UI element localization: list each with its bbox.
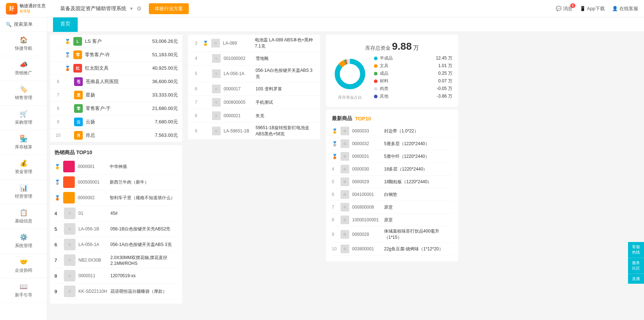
chart-label: 库存资金占比	[332, 95, 368, 100]
tab-home[interactable]: 首页	[53, 17, 78, 32]
rank-name: 红太阳文具	[85, 65, 149, 71]
sidebar-icon-finance: 💰	[20, 159, 28, 167]
rank-number: 7	[54, 93, 62, 98]
rank-avatar: 星	[74, 91, 83, 99]
sidebar-item-marketing[interactable]: 📣营销推广	[0, 56, 47, 81]
customer-rank-row: 7 星 星扬 33,333.00元	[50, 89, 182, 102]
product-rank-row: 7 G 000800005 手机测试	[188, 96, 320, 109]
message-button[interactable]: 💬 消息 6	[556, 5, 572, 12]
legend-item: 半成品 12.45 万	[374, 55, 452, 61]
product-rank-num: 4	[192, 56, 200, 61]
legend-label: 成品	[380, 70, 436, 77]
sidebar-item-purchase[interactable]: 🛒采购管理	[0, 106, 47, 130]
new-product-img: G	[341, 245, 349, 253]
rank-placeholder: 4	[54, 211, 61, 216]
topbar-system: 装备及固定资产辅助管理系统 ▼ ⚙ 体验行业方案	[60, 3, 189, 14]
new-product-img: G	[341, 152, 349, 161]
rank-name: 零售客户-于	[86, 105, 149, 112]
sidebar-item-quick-nav[interactable]: 🏠快捷导航	[0, 32, 47, 56]
sidebar-item-inventory[interactable]: 🏪库存核算	[0, 130, 47, 155]
sidebar-item-system[interactable]: ⚙️系统管理	[0, 229, 47, 254]
new-product-img: G	[341, 230, 349, 239]
rank-number: 10	[54, 133, 62, 138]
sidebar-icon-company: 🤝	[20, 258, 28, 266]
logo-icon: 好	[6, 3, 17, 15]
product-rank-row: 3 🥇 G LA-089 电池盖 LA-089 ABS本色+黑种 7.1克	[188, 35, 320, 52]
sidebar-item-sales[interactable]: 🏷️销售管理	[0, 81, 47, 106]
search-icon: 🔍	[6, 22, 12, 27]
legend-value: 1.01 万	[438, 63, 452, 69]
direct-button[interactable]: 直播	[628, 274, 644, 284]
community-button[interactable]: 服务社区	[628, 258, 644, 274]
search-menu[interactable]: 🔍 搜索菜单	[0, 17, 47, 32]
app-download-button[interactable]: 📱 App下载	[580, 5, 605, 12]
main-content: 首页 🥇 L LS 客户 53,006.26元 🥈 零 零售客户-许 51,18…	[47, 17, 644, 320]
dropdown-icon[interactable]: ▼	[129, 6, 134, 11]
new-product-name: 封边带（1.0*22）	[384, 128, 452, 134]
new-product-code: 0000033	[352, 128, 381, 134]
rank-number: 6	[54, 79, 62, 84]
customer-rank-row: 🥇 L LS 客户 53,006.26元	[50, 35, 182, 48]
new-product-code: 003800001	[352, 246, 381, 251]
rank-amount: 51,183.00元	[152, 52, 178, 58]
product-name: 夹克	[256, 113, 316, 119]
medal-icon: 🥉	[65, 66, 70, 71]
sidebar-item-base[interactable]: 📋基础信息	[0, 204, 47, 229]
sidebar-label-quick-nav: 快捷导航	[15, 45, 32, 52]
new-product-img: G	[341, 216, 349, 224]
sidebar-item-finance[interactable]: 💰资金管理	[0, 155, 47, 180]
trial-button[interactable]: 体验行业方案	[149, 3, 189, 14]
product-code: LA-089	[223, 41, 252, 46]
new-product-img: G	[341, 203, 349, 212]
hot-product-name: 花语萌恒温分腿睡袋（厚款）	[110, 288, 178, 295]
customer-ranking-card: 🥇 L LS 客户 53,006.26元 🥈 零 零售客户-许 51,183.0…	[50, 35, 182, 142]
sidebar-label-operation: 经营管理	[15, 193, 32, 200]
hot-product-row: 5 G LA-056-1B 056-1B白色按键开关壳ABS2壳	[54, 221, 178, 237]
donut-chart	[332, 56, 368, 92]
online-service-button[interactable]: 👤 在线客服	[612, 5, 638, 12]
hot-product-row: 🥇 0000001 中华神盾	[54, 159, 178, 175]
product-rank-num: 5	[192, 71, 200, 76]
rank-number: 8	[54, 106, 62, 111]
legend-item: 成品 0.25 万	[374, 70, 452, 77]
new-product-code: 0000029	[352, 179, 381, 184]
gear-icon[interactable]: ⚙	[136, 5, 142, 12]
hot-product-img	[63, 161, 75, 172]
legend-item: 其他 -3.86 万	[374, 93, 452, 99]
hot-product-row: 4 G 01 45#	[54, 206, 178, 221]
legend-item: 肉类 -0.05 万	[374, 86, 452, 92]
new-product-name: 22g鱼豆腐-烧烤味（1*12*20）	[384, 246, 452, 252]
customer-rank-row: 9 云 云扬 7,680.00元	[50, 115, 182, 129]
product-rank-num: 7	[192, 100, 200, 105]
product-img: G	[212, 85, 221, 93]
new-product-name: 原堂	[384, 204, 452, 210]
product-ranking-card: 3 🥇 G LA-089 电池盖 LA-089 ABS本色+黑种 7.1克 4 …	[188, 35, 320, 140]
hotline-button[interactable]: 客服热线	[628, 242, 644, 258]
sidebar-label-company: 企业协同	[15, 267, 32, 274]
hot-product-name: 45#	[110, 211, 178, 216]
hot-products-title: 热销商品 TOP10	[54, 149, 178, 156]
legend: 半成品 12.45 万 文具 1.01 万 成品 0.25 万 材料 0.07 …	[374, 55, 452, 101]
legend-label: 肉类	[380, 86, 435, 92]
sidebar-item-guide[interactable]: 📖新手引导	[0, 278, 47, 303]
logo-text: 畅捷通好生意	[20, 3, 46, 9]
rank-number: 9	[54, 119, 62, 124]
service-icon: 👤	[612, 6, 618, 11]
sidebar-icon-sales: 🏷️	[20, 85, 28, 93]
sidebar-label-system: 系统管理	[15, 243, 32, 249]
legend-dot	[374, 72, 378, 75]
rank-amount: 7,563.00元	[155, 132, 178, 139]
legend-dot	[374, 57, 378, 60]
sidebar-label-base: 基础信息	[15, 218, 32, 224]
sidebar-item-operation[interactable]: 📊经营管理	[0, 180, 47, 204]
new-product-img: G	[341, 177, 349, 186]
new-product-code: 10000100001	[352, 217, 381, 222]
hot-product-row: 6 G LA-056-1A 056-1A白色按键开关盖ABS 3克	[54, 237, 178, 253]
sidebar-item-company[interactable]: 🤝企业协同	[0, 254, 47, 278]
hot-product-row: 7 G NB2.0X30B 2.0X30MM双摆花轴,摆花直径2.1MM/ROH…	[54, 253, 178, 268]
rank-amount: 33,333.00元	[152, 92, 178, 98]
hot-product-img: G	[64, 223, 76, 235]
product-name: 10S 变料罗浆	[256, 86, 316, 92]
new-product-row: 8 G 10000100001 原堂	[332, 214, 452, 226]
medal-icon: 🥉	[332, 154, 338, 159]
